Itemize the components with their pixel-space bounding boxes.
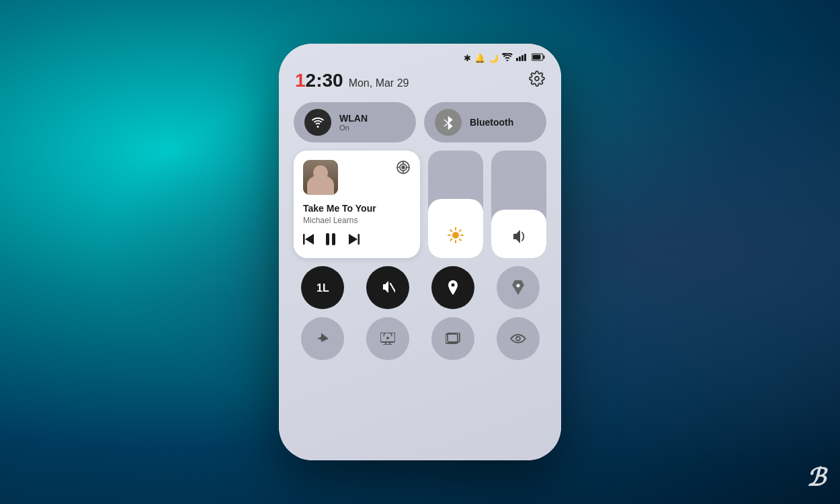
volume-icon <box>511 230 527 247</box>
cast-button[interactable] <box>366 317 409 360</box>
time-rest: 2:30 <box>306 70 343 91</box>
bluetooth-status-icon: ✱ <box>464 53 471 63</box>
middle-row: Take Me To Your Michael Learns <box>294 151 546 258</box>
time-date: 12:30 Mon, Mar 29 <box>295 70 409 91</box>
svg-rect-1 <box>519 56 521 61</box>
svg-point-32 <box>451 284 454 287</box>
bluetooth-text: Bluetooth <box>470 117 513 128</box>
header-row: 12:30 Mon, Mar 29 <box>279 67 561 102</box>
svg-line-31 <box>390 284 395 292</box>
watermark: ℬ <box>806 464 825 492</box>
svg-rect-6 <box>533 55 541 60</box>
svg-rect-15 <box>326 233 329 245</box>
wlan-text: WLAN On <box>339 113 368 132</box>
prev-button[interactable] <box>303 234 315 248</box>
moon-status-icon: 🌙 <box>489 54 499 63</box>
clock-time: 12:30 <box>295 70 343 91</box>
bottom-row-1: 1L <box>294 266 546 309</box>
svg-point-34 <box>516 284 519 288</box>
wifi-status-icon <box>502 53 513 63</box>
svg-text:1L: 1L <box>317 282 329 294</box>
bell-status-icon: 🔔 <box>474 53 485 63</box>
phone-screen: ✱ 🔔 🌙 <box>279 44 561 460</box>
media-info: Take Me To Your Michael Learns <box>303 203 411 225</box>
controls-area: WLAN On <box>279 102 561 360</box>
svg-line-27 <box>450 239 452 241</box>
airplane-button[interactable] <box>301 317 344 360</box>
person-body <box>307 175 334 195</box>
next-button[interactable] <box>347 234 360 248</box>
bluetooth-name: Bluetooth <box>470 117 513 128</box>
svg-marker-18 <box>349 234 358 245</box>
brightness-slider[interactable] <box>428 151 483 258</box>
wlan-name: WLAN <box>339 113 368 124</box>
eye-button[interactable] <box>497 317 540 360</box>
svg-rect-13 <box>303 234 305 245</box>
phone-frame: ✱ 🔔 🌙 <box>279 44 561 460</box>
svg-marker-14 <box>305 234 314 245</box>
album-art-image <box>303 160 338 195</box>
wlan-icon <box>304 109 331 136</box>
shortcut-button[interactable]: 1L <box>301 266 344 309</box>
phone-container: ✱ 🔔 🌙 <box>279 44 561 460</box>
time-red-digit: 1 <box>295 70 306 91</box>
svg-line-26 <box>459 230 460 231</box>
media-controls <box>303 233 411 249</box>
song-artist: Michael Learns <box>303 216 411 225</box>
svg-rect-5 <box>544 56 545 59</box>
wlan-tile[interactable]: WLAN On <box>294 102 416 142</box>
svg-rect-17 <box>358 234 360 245</box>
top-tiles: WLAN On <box>294 102 546 142</box>
wlan-status: On <box>339 124 368 132</box>
settings-button[interactable] <box>529 71 545 91</box>
svg-rect-0 <box>516 58 518 61</box>
album-art <box>303 160 338 195</box>
flashlight-button[interactable] <box>497 266 540 309</box>
svg-marker-30 <box>383 281 388 293</box>
bottom-row-2 <box>294 317 546 360</box>
svg-line-24 <box>450 230 452 231</box>
svg-point-19 <box>452 232 459 239</box>
svg-point-39 <box>516 337 520 341</box>
location-button[interactable] <box>431 266 474 309</box>
svg-rect-3 <box>524 54 526 61</box>
screen-button[interactable] <box>431 317 474 360</box>
status-icons: ✱ 🔔 🌙 <box>464 53 545 63</box>
brightness-icon <box>448 227 464 247</box>
media-top <box>303 160 411 195</box>
svg-marker-28 <box>513 230 520 243</box>
signal-status-icon <box>516 53 528 63</box>
mute-button[interactable] <box>366 266 409 309</box>
song-title: Take Me To Your <box>303 203 411 214</box>
svg-marker-33 <box>512 280 524 295</box>
media-card[interactable]: Take Me To Your Michael Learns <box>294 151 420 258</box>
cast-icon[interactable] <box>396 160 411 178</box>
battery-status-icon <box>532 53 545 63</box>
svg-point-7 <box>535 77 539 81</box>
bluetooth-tile[interactable]: Bluetooth <box>424 102 546 142</box>
pause-button[interactable] <box>326 233 337 249</box>
svg-rect-16 <box>332 233 335 245</box>
bluetooth-icon <box>435 109 462 136</box>
svg-rect-2 <box>521 55 523 61</box>
svg-point-36 <box>386 337 389 339</box>
volume-slider[interactable] <box>491 151 546 258</box>
svg-line-25 <box>459 239 460 241</box>
date-display: Mon, Mar 29 <box>349 77 409 89</box>
status-bar: ✱ 🔔 🌙 <box>279 44 561 67</box>
svg-point-12 <box>402 166 405 169</box>
